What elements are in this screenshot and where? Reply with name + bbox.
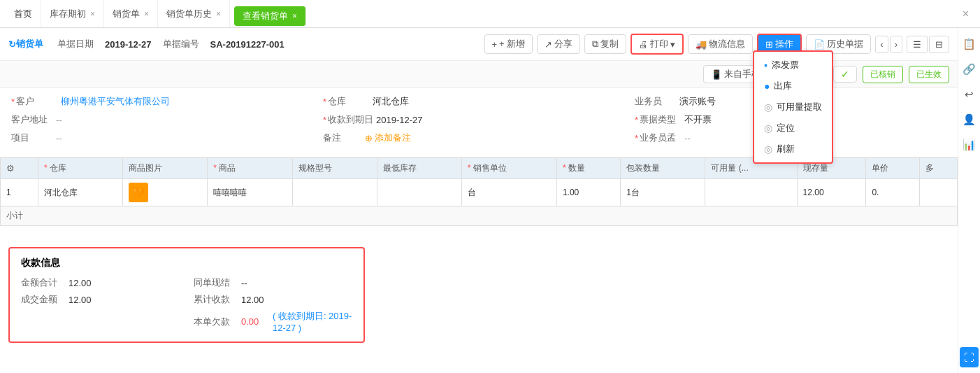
sidebar-link-icon[interactable]: 🔗	[958, 59, 980, 80]
table-row: 1 河北仓库 🧡 嘻嘻嘻嘻 台 1.00 1台 12.00 0.	[1, 179, 958, 206]
tab-sales-order[interactable]: 销货单 ×	[104, 0, 158, 27]
copy-icon: ⧉	[592, 38, 598, 50]
add-note-button[interactable]: ⊕ 添加备注	[365, 132, 411, 144]
close-inventory-init[interactable]: ×	[90, 9, 95, 19]
same-order-label: 同单现结	[194, 276, 236, 289]
staff-value: 演示账号	[679, 95, 763, 108]
col-warehouse: 仓库	[38, 158, 123, 179]
col-quantity: 数量	[556, 158, 620, 179]
summary-title: 收款信息	[21, 257, 352, 269]
history-icon: 📄	[814, 39, 825, 50]
check-button[interactable]: ✓	[833, 66, 857, 83]
note-label: 备注	[323, 132, 365, 144]
logistics-icon: 🚚	[696, 39, 707, 50]
row-warehouse: 河北仓库	[38, 179, 123, 206]
row-stock: 12.00	[797, 179, 866, 206]
row-product: 嘻嘻嘻嘻	[208, 179, 292, 206]
summary-area: 收款信息 金额合计 12.00 同单现结 -- 成交金额 12.00 累计收款 …	[8, 247, 365, 343]
row-min-stock	[377, 179, 461, 206]
share-button[interactable]: ↗ 分享	[537, 34, 580, 54]
project-value: --	[56, 133, 140, 143]
col-settings: ⚙	[1, 158, 38, 179]
warehouse-value[interactable]: 河北仓库	[373, 95, 456, 108]
current-balance-label: 本单欠款	[194, 316, 236, 328]
refresh-icon: ◎	[764, 143, 772, 155]
dropdown-locate[interactable]: ◎ 定位	[754, 118, 832, 139]
tab-check-sales-label: 查看销货单	[243, 10, 288, 22]
new-icon: +	[492, 39, 498, 50]
warehouse-label: 仓库	[328, 95, 370, 108]
due-date-value[interactable]: 2019-12-27	[376, 115, 460, 125]
cumulative-receipt-value: 12.00	[241, 295, 264, 305]
sold-status: 已核销	[863, 66, 903, 83]
tab-inventory-init[interactable]: 库存期初 ×	[41, 0, 104, 27]
warehouse-out-label: 出库	[774, 80, 792, 92]
row-spec	[292, 179, 377, 206]
transaction-amount-value: 12.00	[69, 295, 92, 305]
logistics-button[interactable]: 🚚 物流信息	[688, 34, 753, 54]
col-sales-unit: 销售单位	[461, 158, 556, 179]
prev-button[interactable]: ‹	[875, 36, 888, 53]
grid-view-button[interactable]: ⊟	[929, 36, 949, 53]
close-sales-history[interactable]: ×	[216, 9, 221, 19]
sidebar-clipboard-icon[interactable]: 📋	[958, 34, 980, 55]
current-balance-value: 0.00	[241, 316, 259, 327]
address-label: 客户地址	[11, 113, 53, 126]
list-view-button[interactable]: ☰	[907, 36, 928, 53]
row-sales-unit: 台	[461, 179, 556, 206]
dropdown-add-invoice[interactable]: ▪ 添发票	[754, 55, 832, 76]
operations-dropdown: ▪ 添发票 ● 出库 ◎ 可用量提取 ◎ 定位 ◎ 刷新	[753, 50, 833, 164]
locate-icon: ◎	[764, 122, 772, 134]
effective-status: 已生效	[909, 66, 949, 83]
close-sales-order[interactable]: ×	[144, 9, 149, 19]
dropdown-available-qty[interactable]: ◎ 可用量提取	[754, 97, 832, 118]
operations-icon: ⊞	[765, 39, 773, 50]
col-product-img: 商品图片	[123, 158, 208, 179]
tab-home[interactable]: 首页	[6, 0, 41, 27]
available-qty-icon: ◎	[764, 101, 772, 113]
close-all-tabs[interactable]: ×	[957, 8, 974, 20]
due-date-label: 收款到期日	[328, 113, 373, 126]
row-index: 1	[1, 179, 38, 206]
sidebar-chart-icon[interactable]: 📊	[958, 134, 980, 155]
number-label: 单据编号	[163, 38, 199, 50]
new-button[interactable]: + + 新增	[484, 34, 533, 54]
row-unit-price: 0.	[866, 179, 919, 206]
customer-value[interactable]: 柳州粤港平安气体有限公司	[61, 95, 170, 108]
date-label: 单据日期	[57, 38, 94, 50]
col-spec: 规格型号	[292, 158, 377, 179]
sidebar-user-icon[interactable]: 👤	[958, 109, 980, 130]
product-image: 🧡	[129, 183, 148, 202]
products-table: ⚙ 仓库 商品图片 商品 规格型号 最低库存 销售单位 数量 包装数量 可用量 …	[0, 157, 958, 226]
print-icon: 🖨	[639, 39, 648, 50]
warehouse-out-icon: ●	[764, 80, 770, 92]
date-value: 2019-12-27	[105, 39, 152, 50]
available-qty-label: 可用量提取	[777, 101, 822, 113]
row-quantity: 1.00	[556, 179, 620, 206]
col-min-stock: 最低库存	[377, 158, 461, 179]
row-pack-qty: 1台	[621, 179, 705, 206]
total-amount-label: 金额合计	[21, 276, 63, 289]
row-product-img: 🧡	[123, 179, 208, 206]
tab-inventory-init-label: 库存期初	[50, 8, 86, 20]
tab-check-sales[interactable]: 查看销货单 ×	[234, 6, 306, 26]
customer-label: 客户	[16, 95, 58, 108]
tab-sales-order-label: 销货单	[113, 8, 140, 20]
staff-label: 业务员	[635, 95, 677, 108]
sidebar-expand-icon[interactable]: ⛶	[960, 347, 979, 367]
transaction-amount-label: 成交金额	[21, 293, 63, 306]
dropdown-refresh[interactable]: ◎ 刷新	[754, 139, 832, 160]
settings-icon[interactable]: ⚙	[6, 163, 15, 174]
dropdown-warehouse-out[interactable]: ● 出库	[754, 76, 832, 97]
cumulative-receipt-label: 累计收款	[194, 293, 236, 306]
copy-button[interactable]: ⧉ 复制	[584, 34, 626, 54]
col-pack-qty: 包装数量	[621, 158, 705, 179]
close-check-sales[interactable]: ×	[292, 11, 297, 21]
tab-sales-history[interactable]: 销货单历史 ×	[158, 0, 230, 27]
next-button[interactable]: ›	[890, 36, 902, 53]
sidebar-return-icon[interactable]: ↩	[960, 84, 978, 105]
same-order-value: --	[241, 278, 247, 288]
phone-icon: 📱	[711, 69, 722, 80]
print-button[interactable]: 🖨 打印 ▾	[630, 34, 684, 55]
row-more	[919, 179, 957, 206]
